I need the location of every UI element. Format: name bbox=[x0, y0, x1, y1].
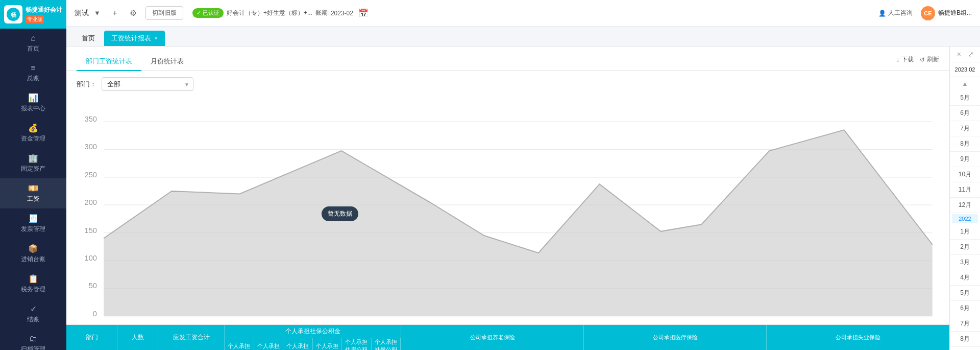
topbar-status: ✓ 已认证 好会计（专）+好生意（标）+... 账期 2023-02 📅 bbox=[192, 6, 371, 20]
date-item-2022-1[interactable]: 1月 bbox=[950, 224, 980, 240]
salary-icon: 💴 bbox=[28, 183, 38, 193]
add-button[interactable]: + bbox=[108, 6, 122, 20]
date-item-2021-12[interactable]: 12月 bbox=[950, 198, 980, 213]
topbar-actions: + ⚙ bbox=[108, 6, 140, 20]
topbar: 测试 ▼ + ⚙ 切到旧版 ✓ 已认证 好会计（专）+好生意（标）+... 账期… bbox=[66, 0, 980, 27]
sidebar-item-tax[interactable]: 📋 税务管理 bbox=[0, 269, 66, 299]
sub-tabs: 部门工资统计表 月份统计表 ↓ 下载 ↺ 刷新 bbox=[66, 46, 949, 71]
check-icon: ✓ bbox=[197, 10, 201, 16]
customer-service[interactable]: 👤 人工咨询 bbox=[878, 9, 913, 17]
refresh-button[interactable]: ↺ 刷新 bbox=[920, 55, 939, 64]
svg-text:畅: 畅 bbox=[11, 12, 16, 18]
col-company-medical: 公司承担医疗保险 bbox=[584, 325, 767, 350]
sub-tab-dept[interactable]: 部门工资统计表 bbox=[77, 53, 141, 71]
archive-icon: 🗂 bbox=[28, 334, 38, 343]
date-item-2021-11[interactable]: 11月 bbox=[950, 182, 980, 198]
col-personal-total: 个人承担社保公积金合计 bbox=[372, 338, 401, 350]
assets-icon: 🏢 bbox=[28, 153, 38, 163]
col-housing-fund: 个人承担住房公积金 bbox=[342, 338, 372, 350]
user-profile[interactable]: CE 畅捷通B组... bbox=[921, 6, 972, 20]
col-dept: 部门 bbox=[66, 325, 117, 350]
sidebar-item-sales[interactable]: 📦 进销台账 bbox=[0, 239, 66, 269]
panel-controls: × ⤢ bbox=[950, 46, 980, 62]
close-tab-icon[interactable]: × bbox=[154, 35, 158, 42]
col-medical: 个人承担医疗保险 bbox=[254, 338, 284, 350]
certified-badge: ✓ 已认证 bbox=[192, 8, 224, 18]
svg-text:100: 100 bbox=[85, 254, 97, 262]
col-major-medical: 个人承担大额医疗 bbox=[313, 338, 342, 350]
sidebar-item-home[interactable]: ⌂ 首页 bbox=[0, 29, 66, 58]
date-item-2021-5[interactable]: 5月 bbox=[950, 90, 980, 106]
date-item-2021-6[interactable]: 6月 bbox=[950, 106, 980, 121]
download-icon: ↓ bbox=[896, 56, 899, 63]
topbar-right: 👤 人工咨询 CE 畅捷通B组... bbox=[878, 6, 972, 20]
svg-text:300: 300 bbox=[85, 143, 97, 151]
date-item-2021-9[interactable]: 9月 bbox=[950, 152, 980, 167]
chart-area: 0 50 100 150 200 250 300 350 bbox=[66, 97, 949, 324]
tabs-bar: 首页 工资统计报表 × bbox=[66, 27, 980, 46]
sidebar-item-settle[interactable]: ✓ 结账 bbox=[0, 299, 66, 329]
period-value: 2023-02 bbox=[331, 10, 353, 17]
tab-home[interactable]: 首页 bbox=[75, 31, 102, 46]
date-item-2022-8[interactable]: 8月 bbox=[950, 332, 980, 347]
main-area: 测试 ▼ + ⚙ 切到旧版 ✓ 已认证 好会计（专）+好生意（标）+... 账期… bbox=[66, 0, 980, 350]
sidebar-item-ledger[interactable]: ≡ 总账 bbox=[0, 58, 66, 88]
dept-select[interactable]: 全部 行政部 财务部 销售部 技术部 bbox=[102, 77, 193, 91]
date-item-2022-3[interactable]: 3月 bbox=[950, 255, 980, 270]
table-header: 部门 人数 应发工资合计 个人承担社保公积金 个人承担养老保险 bbox=[66, 324, 949, 350]
sidebar-item-funds[interactable]: 💰 资金管理 bbox=[0, 118, 66, 148]
download-button[interactable]: ↓ 下载 bbox=[896, 55, 914, 64]
sub-tab-monthly[interactable]: 月份统计表 bbox=[141, 53, 193, 71]
date-item-2022-7[interactable]: 7月 bbox=[950, 316, 980, 332]
tab-salary-report[interactable]: 工资统计报表 × bbox=[104, 31, 165, 46]
col-unemployment: 个人承担失业保险 bbox=[283, 338, 313, 350]
date-nav-up[interactable]: ▲ bbox=[950, 77, 980, 90]
sidebar-item-reports[interactable]: 📊 报表中心 bbox=[0, 88, 66, 118]
calendar-button[interactable]: 📅 bbox=[356, 6, 371, 20]
close-panel-button[interactable]: × bbox=[954, 49, 964, 60]
service-icon: 👤 bbox=[878, 10, 886, 17]
product-tags: 好会计（专）+好生意（标）+... bbox=[227, 9, 312, 17]
logo-icon: 畅 bbox=[4, 5, 22, 24]
logo-text: 畅捷通好会计 专业版 bbox=[26, 6, 62, 24]
date-panel: × ⤢ 2023.02 ▲ 5月 6月 7月 8月 9月 10月 11月 12月… bbox=[949, 46, 980, 350]
reports-icon: 📊 bbox=[28, 93, 38, 103]
area-chart: 0 50 100 150 200 250 300 350 bbox=[77, 102, 939, 324]
date-item-2022-2[interactable]: 2月 bbox=[950, 240, 980, 255]
sidebar-nav: ⌂ 首页 ≡ 总账 📊 报表中心 💰 资金管理 🏢 固定资产 💴 工资 🧾 发票… bbox=[0, 29, 66, 350]
app-logo: 畅 畅捷通好会计 专业版 bbox=[0, 0, 66, 29]
sidebar-item-salary[interactable]: 💴 工资 bbox=[0, 178, 66, 208]
svg-text:350: 350 bbox=[85, 115, 97, 123]
year-badge-2022: 2022 bbox=[952, 214, 978, 223]
date-item-2022-4[interactable]: 4月 bbox=[950, 270, 980, 286]
col-company-unemployment: 公司承担失业保险 bbox=[767, 325, 949, 350]
svg-text:150: 150 bbox=[85, 226, 97, 234]
home-icon: ⌂ bbox=[28, 34, 38, 43]
date-item-2022-5[interactable]: 5月 bbox=[950, 286, 980, 301]
settings-button[interactable]: ⚙ bbox=[126, 6, 140, 20]
sidebar-item-assets[interactable]: 🏢 固定资产 bbox=[0, 148, 66, 178]
maximize-panel-button[interactable]: ⤢ bbox=[966, 49, 976, 60]
switch-version-button[interactable]: 切到旧版 bbox=[145, 6, 183, 20]
sidebar-item-archive[interactable]: 🗂 归档管理 bbox=[0, 329, 66, 350]
date-item-2021-7[interactable]: 7月 bbox=[950, 121, 980, 136]
col-pension: 个人承担养老保险 bbox=[225, 338, 254, 350]
sidebar: 畅 畅捷通好会计 专业版 ⌂ 首页 ≡ 总账 📊 报表中心 💰 资金管理 🏢 固… bbox=[0, 0, 66, 350]
svg-text:200: 200 bbox=[85, 198, 97, 206]
date-item-2021-8[interactable]: 8月 bbox=[950, 136, 980, 152]
date-item-2021-10[interactable]: 10月 bbox=[950, 167, 980, 182]
date-item-2022-9[interactable]: 9月 bbox=[950, 347, 980, 350]
workspace-dropdown[interactable]: ▼ bbox=[94, 9, 101, 17]
funds-icon: 💰 bbox=[28, 123, 38, 133]
col-company-pension: 公司承担养老保险 bbox=[401, 325, 584, 350]
dept-select-wrapper: 全部 行政部 财务部 销售部 技术部 bbox=[102, 77, 193, 91]
period-label: 账期 bbox=[315, 9, 328, 17]
tab-home-label: 首页 bbox=[82, 34, 95, 43]
workspace-title: 测试 bbox=[75, 9, 89, 18]
sidebar-item-invoice[interactable]: 🧾 发票管理 bbox=[0, 208, 66, 239]
date-item-2022-6[interactable]: 6月 bbox=[950, 301, 980, 316]
sub-tab-actions: ↓ 下载 ↺ 刷新 bbox=[896, 55, 939, 68]
col-group-personal: 个人承担社保公积金 个人承担养老保险 个人承担医疗保险 个人承担失业保险 bbox=[225, 325, 401, 350]
svg-text:50: 50 bbox=[89, 282, 97, 290]
settle-icon: ✓ bbox=[28, 304, 38, 314]
